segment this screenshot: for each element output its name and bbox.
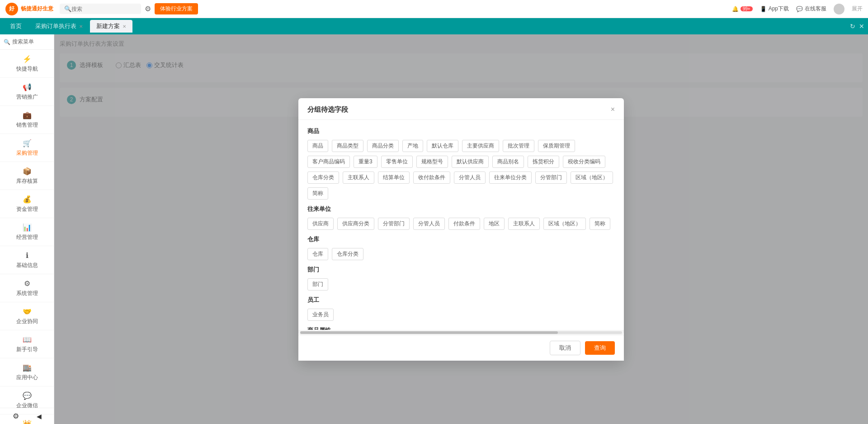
field-tag-2-0[interactable]: 仓库 [307,248,328,260]
logo-icon: 好 [5,3,18,15]
field-tag-0-16[interactable]: 仓库分类 [307,172,339,184]
field-tag-1-7[interactable]: 区域（地区） [543,218,586,230]
modal-header: 分组待选字段 × [298,98,624,120]
field-tag-0-4[interactable]: 默认仓库 [427,140,458,152]
marketing-icon: 📢 [23,82,32,91]
field-tag-2-1[interactable]: 仓库分类 [332,248,363,260]
sidebar-item-new-guide[interactable]: 📖 新手引导 [0,330,54,358]
tab-close-all-icon[interactable]: ✕ [859,23,864,30]
sidebar-settings-icon[interactable]: ⚙ [13,412,19,420]
tab-refresh-icon[interactable]: ↻ [850,23,855,30]
tab-bar: 首页 采购订单执行表 ✕ 新建方案 ✕ ↻ ✕ [0,18,868,34]
tab-purchase-list[interactable]: 采购订单执行表 ✕ [29,20,89,33]
field-tag-0-23[interactable]: 区域（地区） [571,172,613,184]
new-guide-icon: 📖 [23,335,32,344]
avatar[interactable] [834,4,844,14]
modal-close-button[interactable]: × [611,105,615,114]
field-tag-0-10[interactable]: 零售单位 [381,156,413,168]
notification-badge: 99+ [741,6,753,11]
field-tag-3-0[interactable]: 部门 [307,278,328,291]
field-tag-0-21[interactable]: 往来单位分类 [489,172,532,184]
field-tag-0-1[interactable]: 商品类型 [332,140,363,152]
field-tag-0-17[interactable]: 主联系人 [343,172,374,184]
field-tag-0-19[interactable]: 收付款条件 [413,172,450,184]
field-tag-0-20[interactable]: 分管人员 [454,172,486,184]
app-download-item[interactable]: 📱 App下载 [760,5,789,13]
field-tag-0-5[interactable]: 主要供应商 [462,140,499,152]
field-tag-0-2[interactable]: 商品分类 [367,140,399,152]
field-tag-0-11[interactable]: 规格型号 [416,156,448,168]
field-tag-1-1[interactable]: 供应商分类 [337,218,374,230]
header-middle: 🔍 ⚙ 体验行业方案 [60,3,732,14]
field-tag-1-8[interactable]: 简称 [590,218,610,230]
experience-button[interactable]: 体验行业方案 [155,3,198,14]
field-tag-1-2[interactable]: 分管部门 [378,218,410,230]
field-tag-1-3[interactable]: 分管人员 [413,218,445,230]
sidebar-item-cooperation[interactable]: 🤝 企业协同 [0,302,54,330]
sidebar-search[interactable]: 🔍 搜索菜单 [0,34,54,50]
tab-home[interactable]: 首页 [4,20,28,33]
field-tag-0-0[interactable]: 商品 [307,140,328,152]
field-tag-1-5[interactable]: 地区 [484,218,505,230]
app-center-icon: 🏬 [23,363,32,372]
notification-item[interactable]: 🔔 99+ [732,6,753,12]
sidebar-item-inventory[interactable]: 📦 库存核算 [0,162,54,190]
field-tag-0-15[interactable]: 税收分类编码 [563,156,605,168]
expand-label[interactable]: 展开 [852,5,863,13]
download-label: App下载 [769,5,789,13]
field-tag-0-8[interactable]: 客户商品编码 [307,156,350,168]
field-tag-0-24[interactable]: 简称 [307,187,328,200]
field-tag-1-6[interactable]: 主联系人 [508,218,540,230]
confirm-button[interactable]: 查询 [585,341,615,355]
modal-title: 分组待选字段 [307,105,348,114]
field-tags-0: 商品商品类型商品分类产地默认仓库主要供应商批次管理保质期管理客户商品编码重量3零… [307,140,615,200]
sidebar-item-finance[interactable]: 💰 资金管理 [0,190,54,218]
sidebar-item-label: 销售管理 [16,121,38,129]
search-input[interactable] [71,6,130,12]
quick-nav-icon: ⚡ [23,54,32,63]
tab-new-scheme-label: 新建方案 [96,22,120,30]
field-tag-0-3[interactable]: 产地 [402,140,423,152]
wechat-icon: 💬 [23,391,32,400]
field-tag-1-4[interactable]: 付款条件 [448,218,480,230]
field-tag-0-14[interactable]: 拣货积分 [528,156,559,168]
tab-new-scheme-close[interactable]: ✕ [123,24,126,29]
cancel-button[interactable]: 取消 [550,341,580,355]
download-icon: 📱 [760,6,767,12]
sidebar-item-quick-nav[interactable]: ⚡ 快捷导航 [0,50,54,78]
field-tag-0-22[interactable]: 分管部门 [535,172,567,184]
modal-hscroll[interactable] [298,330,624,334]
field-tag-1-0[interactable]: 供应商 [307,218,334,230]
header-search-box[interactable]: 🔍 [60,4,141,14]
sidebar-item-sales[interactable]: 💼 销售管理 [0,106,54,134]
field-group-title-5: 商品属性 [307,326,615,330]
sidebar-search-inner[interactable]: 🔍 搜索菜单 [4,38,50,46]
online-service-item[interactable]: 💬 在线客服 [796,5,826,13]
sidebar-item-label: 经营管理 [16,233,38,241]
sidebar-item-label: 库存核算 [16,177,38,185]
sidebar-item-app-center[interactable]: 🏬 应用中心 [0,358,54,386]
field-tag-0-9[interactable]: 重量3 [354,156,377,168]
sidebar-item-basic-info[interactable]: ℹ 基础信息 [0,246,54,274]
sidebar-item-purchase[interactable]: 🛒 采购管理 [0,134,54,162]
modal-dialog: 分组待选字段 × 商品商品商品类型商品分类产地默认仓库主要供应商批次管理保质期管… [298,98,624,361]
sidebar-collapse-icon[interactable]: ◀ [37,413,42,420]
gear-icon[interactable]: ⚙ [145,5,151,13]
field-tag-0-12[interactable]: 默认供应商 [452,156,489,168]
logo-text: 畅捷通好生意 [21,5,53,12]
sidebar-item-label: 营销推广 [16,93,38,101]
tab-new-scheme[interactable]: 新建方案 ✕ [90,20,132,33]
field-tag-0-6[interactable]: 批次管理 [503,140,534,152]
sidebar-item-label: 新手引导 [16,346,38,353]
field-tags-2: 仓库仓库分类 [307,248,615,260]
field-tag-0-13[interactable]: 商品别名 [492,156,524,168]
field-tag-0-18[interactable]: 结算单位 [378,172,410,184]
field-tag-4-0[interactable]: 业务员 [307,309,334,321]
tab-purchase-close[interactable]: ✕ [79,24,83,29]
logo-area: 好 畅捷通好生意 [5,3,60,15]
sidebar-item-marketing[interactable]: 📢 营销推广 [0,78,54,106]
sidebar-item-management[interactable]: 📊 经营管理 [0,218,54,246]
field-tag-0-7[interactable]: 保质期管理 [538,140,575,152]
sidebar-item-system[interactable]: ⚙ 系统管理 [0,274,54,302]
sidebar-search-icon: 🔍 [4,39,10,45]
